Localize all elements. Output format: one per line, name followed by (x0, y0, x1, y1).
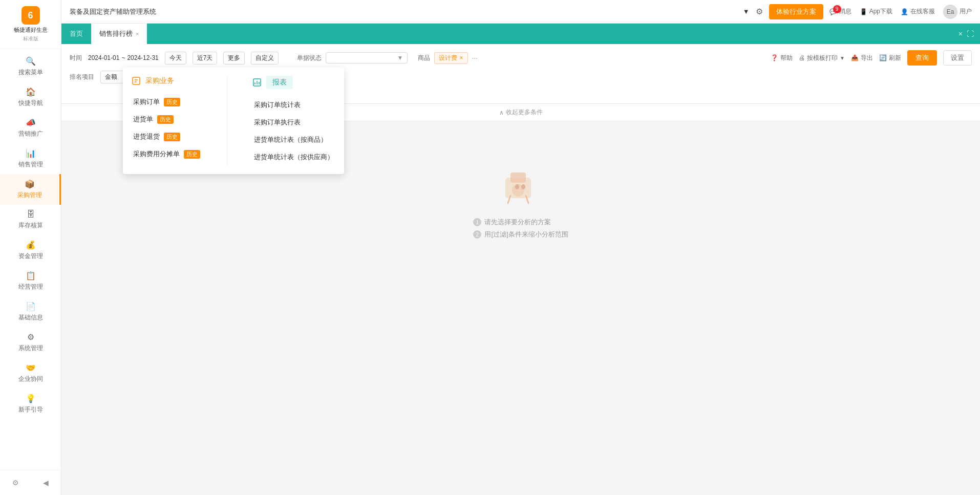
sidebar-item-label: 快捷导航 (18, 99, 43, 107)
menu-item-purchase-expense[interactable]: 采购费用分摊单 历史 (131, 145, 202, 163)
sidebar-item-system[interactable]: ⚙ 系统管理 (0, 327, 61, 358)
svg-rect-7 (133, 77, 140, 84)
menu-item-stock-return[interactable]: 进货退货 历史 (131, 128, 202, 145)
sidebar-item-label: 营销推广 (18, 130, 43, 138)
hint-text-2: 用[过滤]条件来缩小分析范围 (484, 230, 568, 239)
sidebar-nav: 🔍 搜索菜单 🏠 快捷导航 📣 营销推广 📊 销售管理 📦 采购管理 🗄 (0, 49, 61, 470)
msg-action[interactable]: 💬 9 消息 (829, 7, 851, 16)
print-btn[interactable]: 🖨 按模板打印 ▼ (799, 54, 845, 62)
sidebar-item-label: 基础信息 (18, 313, 43, 322)
topbar: 装备及固定资产辅助管理系统 ▼ ⚙ 体验行业方案 💬 9 消息 📱 App下载 (61, 0, 980, 24)
menu-item-order-stats[interactable]: 采购订单统计表 (252, 96, 336, 114)
sidebar-item-operations[interactable]: 📋 经营管理 (0, 266, 61, 296)
doc-status-select[interactable]: ▼ (326, 52, 408, 63)
sidebar-logo: 6 畅捷通好生意 标准版 (0, 0, 61, 49)
topbar-settings-icon[interactable]: ⚙ (756, 7, 763, 16)
print-arrow: ▼ (840, 55, 845, 61)
menu-item-order-exec[interactable]: 采购订单执行表 (252, 114, 336, 131)
sidebar-item-label: 系统管理 (18, 344, 43, 353)
msg-badge: 9 (833, 5, 841, 13)
help-btn[interactable]: ❓ 帮助 (771, 54, 793, 62)
system-dropdown[interactable]: ▼ (743, 8, 750, 15)
sidebar-item-sales[interactable]: 📊 销售管理 (0, 143, 61, 174)
sidebar: 6 畅捷通好生意 标准版 🔍 搜索菜单 🏠 快捷导航 📣 营销推广 📊 销售管理 (0, 0, 61, 495)
tab-window-close-btn[interactable]: × (958, 30, 963, 38)
sidebar-item-basic[interactable]: 📄 基础信息 (0, 296, 61, 327)
online-service-label: 在线客服 (910, 7, 935, 16)
export-btn[interactable]: 📤 导出 (851, 54, 873, 62)
menu-item-label: 采购订单 (133, 97, 160, 106)
sidebar-item-label: 销售管理 (18, 160, 43, 169)
tab-fullscreen-btn[interactable]: ⛶ (967, 30, 974, 38)
svg-point-5 (515, 184, 519, 189)
refresh-btn[interactable]: 🔄 刷新 (879, 54, 901, 62)
export-label: 导出 (861, 54, 873, 62)
logo-sub: 标准版 (23, 35, 38, 42)
settings-button[interactable]: 设置 (943, 50, 972, 66)
today-btn[interactable]: 今天 (165, 52, 186, 64)
app-download-action[interactable]: 📱 App下载 (860, 7, 892, 16)
marketing-icon: 📣 (26, 118, 36, 127)
report-section-title: 报表 (266, 76, 293, 89)
sidebar-item-marketing[interactable]: 📣 营销推广 (0, 113, 61, 143)
purchase-section-icon (131, 76, 141, 86)
tab-ranking[interactable]: 销售排行榜 × (91, 24, 147, 44)
tab-home[interactable]: 首页 (61, 24, 91, 44)
more-btn[interactable]: 更多 (223, 52, 245, 64)
search-icon: 🔍 (26, 56, 36, 66)
dropdown-menu: 采购业务 采购订单 历史 进货单 历史 进货退货 历史 (123, 68, 344, 174)
menu-item-goods-stats[interactable]: 进货单统计表（按商品） (252, 131, 336, 148)
help-label: 帮助 (780, 54, 793, 62)
sidebar-item-inventory[interactable]: 🗄 库存核算 (0, 205, 61, 235)
svg-rect-1 (510, 173, 526, 183)
custom-btn[interactable]: 自定义 (251, 52, 279, 64)
sidebar-item-label: 资金管理 (18, 252, 43, 261)
sidebar-item-quick[interactable]: 🏠 快捷导航 (0, 82, 61, 113)
purchase-order-badge: 历史 (164, 98, 180, 106)
date-end: 2024-12-31 (127, 54, 158, 61)
menu-item-label: 采购订单执行表 (254, 118, 301, 127)
empty-illustration (495, 162, 546, 213)
svg-point-6 (521, 184, 525, 189)
sidebar-item-guide[interactable]: 💡 新手引导 (0, 389, 61, 419)
purchase-expense-badge: 历史 (184, 150, 200, 159)
purchase-icon: 📦 (25, 179, 35, 189)
export-icon: 📤 (851, 54, 859, 61)
collapse-up-icon: ∧ (499, 109, 504, 116)
sidebar-collapse-btn[interactable]: ◀ (41, 477, 51, 489)
sidebar-settings-btn[interactable]: ⚙ (10, 477, 21, 489)
main-area: 装备及固定资产辅助管理系统 ▼ ⚙ 体验行业方案 💬 9 消息 📱 App下载 (61, 0, 980, 495)
sidebar-item-finance[interactable]: 💰 资金管理 (0, 235, 61, 266)
sidebar-item-coop[interactable]: 🤝 企业协同 (0, 358, 61, 389)
industry-btn[interactable]: 体验行业方案 (769, 4, 823, 19)
sidebar-bottom: ⚙ ◀ (0, 470, 61, 495)
stock-return-badge: 历史 (164, 133, 180, 141)
menu-item-stock-in[interactable]: 进货单 历史 (131, 111, 202, 128)
week-btn[interactable]: 近7天 (193, 52, 218, 64)
report-section: 报表 采购订单统计表 采购订单执行表 进货单统计表（按商品） 进货单统计表（按供… (252, 76, 336, 166)
date-start: 2024-01-01 (88, 54, 119, 61)
tab-close-btn[interactable]: × (136, 31, 139, 37)
purchase-section: 采购业务 采购订单 历史 进货单 历史 进货退货 历史 (131, 76, 202, 166)
system-title: 装备及固定资产辅助管理系统 (70, 7, 737, 16)
goods-ellipsis[interactable]: ··· (472, 54, 478, 62)
query-button[interactable]: 查询 (907, 50, 937, 66)
toolbar-right: ❓ 帮助 🖨 按模板打印 ▼ 📤 导出 🔄 (771, 50, 972, 66)
sidebar-item-purchase[interactable]: 📦 采购管理 (0, 174, 61, 205)
online-service-action[interactable]: 👤 在线客服 (901, 7, 935, 16)
system-icon: ⚙ (27, 332, 34, 342)
content-area: 时间 2024-01-01 ~ 2024-12-31 今天 近7天 更多 自定义… (61, 44, 980, 495)
inventory-icon: 🗄 (27, 210, 35, 219)
menu-item-purchase-order[interactable]: 采购订单 历史 (131, 93, 202, 111)
collapse-label: 收起更多条件 (506, 108, 543, 117)
stock-in-badge: 历史 (157, 115, 174, 124)
select-arrow: ▼ (397, 54, 403, 61)
sidebar-item-label: 搜索菜单 (18, 68, 43, 77)
goods-tag-close[interactable]: × (459, 54, 463, 61)
sales-icon: 📊 (26, 148, 36, 158)
sidebar-item-search[interactable]: 🔍 搜索菜单 (0, 51, 61, 82)
report-section-header: 报表 (252, 76, 336, 94)
user-action[interactable]: Ea 用户 (943, 5, 972, 19)
basic-icon: 📄 (26, 302, 36, 311)
menu-item-supplier-stats[interactable]: 进货单统计表（按供应商） (252, 148, 336, 166)
